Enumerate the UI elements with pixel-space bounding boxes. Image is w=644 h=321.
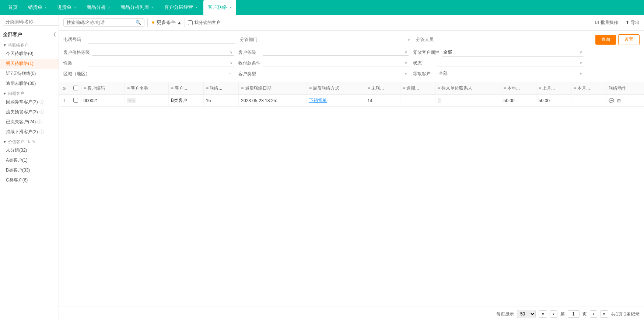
- col-contact-count: ≡ 联络...: [204, 82, 239, 95]
- row-unit-contact: [435, 95, 501, 107]
- edit-icon[interactable]: ✎: [32, 139, 35, 144]
- payment-select[interactable]: ∨: [263, 60, 409, 66]
- filter-cell-phone: 电话号码: [63, 36, 235, 44]
- refresh-icon[interactable]: ↻: [27, 139, 31, 144]
- sidebar-item-declining[interactable]: 持续下滑客户(2) ⓘ: [0, 127, 59, 137]
- page-input[interactable]: [568, 310, 580, 318]
- sidebar-item-churn-warning[interactable]: 流失预警客户(3) ⓘ: [0, 107, 59, 117]
- row-last-month: 50.00: [536, 95, 571, 107]
- last-method-link[interactable]: 下销货单: [309, 98, 327, 103]
- export-btn[interactable]: ⬆ 导出: [626, 20, 640, 26]
- nav-customer-contact[interactable]: 客户联络 ×: [203, 0, 236, 15]
- sidebar-item-overdue[interactable]: 逾期未联络(30): [0, 79, 59, 89]
- close-icon[interactable]: ×: [45, 5, 47, 10]
- sidebar-item-repurchase-abnormal[interactable]: 回购异常客户(2) ⓘ: [0, 97, 59, 107]
- settings-icon[interactable]: ⚙: [62, 86, 66, 91]
- nav-purchase[interactable]: 进货单 ×: [53, 0, 80, 15]
- more-conditions-btn[interactable]: ▼ 更多条件 ▲: [147, 18, 185, 27]
- search-input[interactable]: [67, 20, 134, 25]
- sidebar-item-today[interactable]: 今天待联络(0): [0, 49, 59, 59]
- reset-button[interactable]: 设置: [618, 34, 640, 45]
- filter-row-3: 性质 ∨ 收付款条件 ∨ 状态: [63, 60, 640, 66]
- col-uncontacted: ≡ 未联...: [365, 82, 400, 95]
- close-icon[interactable]: ×: [229, 5, 231, 10]
- filter-cell-status: 状态 ∨: [413, 60, 584, 66]
- page-label: 第: [560, 311, 565, 317]
- first-page-btn[interactable]: «: [539, 310, 547, 318]
- sidebar-item-churned[interactable]: 已流失客户(24) ⓘ: [0, 117, 59, 127]
- info-icon: ⓘ: [37, 119, 42, 125]
- collapse-icon[interactable]: 《: [51, 32, 56, 38]
- nav-customer-tier[interactable]: 客户分层经营 ×: [160, 0, 202, 15]
- filter-cell-retail: 零散客户 全部 ∨: [413, 69, 584, 78]
- chevron-up-icon: ▲: [177, 20, 182, 25]
- prev-page-btn[interactable]: ‹: [550, 310, 557, 318]
- retail-select[interactable]: 全部 ∨: [437, 69, 584, 78]
- close-icon[interactable]: ×: [195, 5, 197, 10]
- filter-row-2: 客户价格等级 ∨ 客户等级 ∨ 零散客户属性 全部: [63, 48, 640, 57]
- sidebar-search-input[interactable]: [3, 18, 59, 26]
- advanced-filter-panel: 电话号码 分管部门 ∨ 分管人员 ···: [59, 31, 644, 82]
- row-action: 💬 ⊞: [606, 95, 644, 107]
- phone-input[interactable]: [88, 36, 235, 44]
- my-customers-checkbox[interactable]: [188, 20, 193, 25]
- all-customers-header[interactable]: 全部客户 《: [0, 29, 59, 40]
- main-layout: 🔍 全部客户 《 ▼ 待联络客户 今天待联络(0) 明天待联络(1) 近7天待联…: [0, 15, 644, 321]
- row-type: B类客户: [168, 95, 203, 107]
- retail-attr-select[interactable]: 全部 ∨: [442, 48, 584, 57]
- region-select[interactable]: ···: [92, 70, 234, 77]
- sidebar-item-class-c[interactable]: C类客户(6): [0, 175, 59, 185]
- chevron-down-icon: ∨: [405, 72, 407, 76]
- customer-type-select[interactable]: ∨: [263, 70, 409, 77]
- checkbox-icon: ☑: [595, 20, 599, 25]
- level-select[interactable]: ∨: [263, 49, 409, 56]
- close-icon[interactable]: ×: [108, 5, 110, 10]
- row-last-date: 2023-05-23 18:25:: [239, 95, 307, 107]
- search-box: 🔍: [63, 18, 144, 27]
- col-name: ≡ 客户名称: [125, 82, 169, 95]
- bulk-action-btn[interactable]: ☑ 批量操作: [595, 20, 618, 26]
- content-area: 🔍 ▼ 更多条件 ▲ 我分管的客户 ☑ 批量操作 ⬆ 导出: [59, 15, 644, 321]
- search-icon[interactable]: 🔍: [136, 20, 141, 25]
- triangle-icon: ▼: [3, 140, 7, 144]
- status-select[interactable]: ∨: [437, 60, 584, 66]
- row-select-checkbox[interactable]: [73, 98, 78, 103]
- dept-select[interactable]: ∨: [264, 37, 412, 43]
- action-icons: 💬 ⊞: [609, 98, 641, 103]
- price-level-select[interactable]: ∨: [92, 49, 234, 56]
- sidebar-search-area: 🔍: [0, 15, 59, 29]
- next-page-btn[interactable]: ›: [590, 310, 597, 318]
- filter-icon: ▼: [151, 20, 155, 25]
- page-size-select[interactable]: 50 100 200: [517, 310, 536, 318]
- col-last-month: ≡ 上月...: [536, 82, 571, 95]
- sidebar-item-class-b[interactable]: B类客户(33): [0, 165, 59, 175]
- sidebar-item-ungrouped[interactable]: 未分组(32): [0, 145, 59, 155]
- nature-select[interactable]: ∨: [88, 60, 234, 66]
- nav-home[interactable]: 首页: [4, 0, 22, 15]
- close-icon[interactable]: ×: [74, 5, 76, 10]
- last-page-btn[interactable]: »: [600, 310, 609, 318]
- row-year-amount: 50.00: [501, 95, 536, 107]
- sidebar-item-class-a[interactable]: A类客户(1): [0, 155, 59, 165]
- nav-sales[interactable]: 销货单 ×: [24, 0, 51, 15]
- filter-cell-nature: 性质 ∨: [63, 60, 234, 66]
- table-row: 1 000021 Ea B类客户 15 2023-05-23 18:25: 下销…: [59, 95, 644, 107]
- close-icon[interactable]: ×: [151, 5, 154, 10]
- filter-cell-dept: 分管部门 ∨: [240, 37, 412, 43]
- sidebar-item-7days[interactable]: 近7天待联络(0): [0, 69, 59, 79]
- filter-row-4: 区域（地区） ··· 客户类型 ∨ 零散客户 全部: [63, 69, 640, 78]
- query-button[interactable]: 查询: [595, 35, 616, 45]
- chevron-down-icon: ∨: [230, 50, 232, 54]
- nav-product-list[interactable]: 商品分析列表 ×: [116, 0, 158, 15]
- nav-product-analysis[interactable]: 商品分析 ×: [82, 0, 115, 15]
- group-value-customers: ▼ 价值客户 ↻ ✎: [0, 137, 59, 145]
- my-customers-filter[interactable]: 我分管的客户: [188, 20, 221, 26]
- info-icon: ⓘ: [39, 99, 44, 105]
- person-select[interactable]: ···: [440, 37, 588, 43]
- sidebar-item-tomorrow[interactable]: 明天待联络(1): [0, 59, 59, 69]
- row-uncontacted: 14: [365, 95, 400, 107]
- more-icon[interactable]: ⊞: [617, 98, 621, 103]
- filter-cell-person: 分管人员 ···: [416, 37, 588, 43]
- contact-icon[interactable]: 💬: [609, 98, 614, 103]
- select-all-checkbox[interactable]: [73, 86, 78, 90]
